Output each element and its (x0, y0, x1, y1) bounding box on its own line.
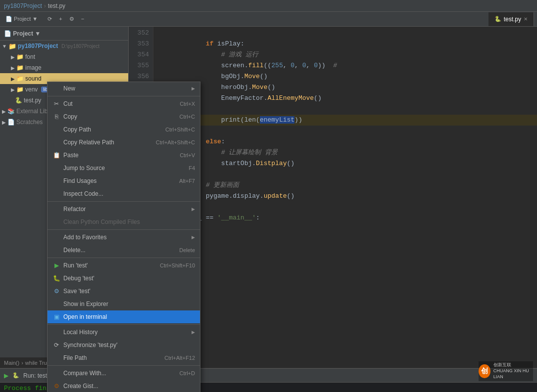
folder-icon-image: 📁 (16, 64, 24, 71)
code-line-368 (159, 202, 537, 213)
ctx-fav-icon (52, 233, 60, 241)
ctx-file-path[interactable]: File Path Ctrl+Alt+F12 (48, 351, 200, 364)
ctx-sep-1 (48, 96, 200, 96)
ctx-refactor[interactable]: Refactor (48, 203, 200, 216)
ctx-new[interactable]: New (48, 82, 200, 95)
ctx-sync-left: ⟳ Synchronize 'test.py' (52, 341, 117, 349)
ctx-copy-rel-icon (52, 138, 60, 146)
ctx-copy-path-left: Copy Path (52, 126, 91, 133)
tab-test-py[interactable]: 🐍 test.py ✕ (488, 12, 534, 26)
ctx-open-terminal[interactable]: ▣ Open in terminal (48, 310, 200, 323)
ctx-gist-icon: ⚙ (52, 382, 60, 390)
ctx-new-label: New (63, 85, 75, 92)
tree-item-font[interactable]: ▶ 📁 font (0, 51, 128, 62)
image-arrow: ▶ (11, 65, 15, 71)
ctx-hist-label: Local History (63, 329, 98, 336)
bc-main[interactable]: Main() (4, 360, 19, 366)
ctx-debug-icon: 🐛 (52, 274, 60, 282)
ctx-create-gist[interactable]: ⚙ Create Gist... (48, 380, 200, 392)
ctx-copy-icon: ⎘ (52, 113, 60, 121)
folder-icon-font: 📁 (16, 53, 24, 60)
ctx-paste[interactable]: 📋 Paste Ctrl+V (48, 149, 200, 162)
ctx-clean-label: Clean Python Compiled Files (63, 218, 140, 225)
ctx-debug-test[interactable]: 🐛 Debug 'test' (48, 272, 200, 285)
ctx-fav-left: Add to Favorites (52, 233, 106, 241)
folder-label-sound: sound (25, 75, 42, 82)
ctx-clean-python[interactable]: Clean Python Compiled Files (48, 216, 200, 228)
ctx-find-left: Find Usages (52, 177, 97, 185)
ctx-new-left: New (52, 85, 75, 92)
toolbar-settings[interactable]: ⚙ (67, 15, 77, 23)
ctx-terminal-label: Open in terminal (63, 313, 107, 320)
tab-label: test.py (504, 16, 521, 23)
ctx-show-icon (52, 300, 60, 308)
folder-label-image: image (25, 64, 42, 71)
project-dropdown[interactable]: 📄 Project ▼ (3, 15, 40, 23)
toolbar-minus[interactable]: − (79, 15, 87, 23)
code-content[interactable]: if isPlay: # 游戏 运行 screen.fill((255, 0, … (153, 27, 537, 357)
ctx-save-test[interactable]: ⚙ Save 'test' (48, 285, 200, 298)
tree-item-image[interactable]: ▶ 📁 image (0, 62, 128, 73)
ctx-jump-source[interactable]: Jump to Source F4 (48, 162, 200, 174)
ctx-copy[interactable]: ⎘ Copy Ctrl+C (48, 110, 200, 123)
folder-label-font: font (25, 53, 35, 60)
ctx-find-usages[interactable]: Find Usages Alt+F7 (48, 174, 200, 187)
ctx-delete[interactable]: Delete... Delete (48, 244, 200, 257)
code-line-364: startObj.Distplay() (159, 158, 537, 169)
ctx-hist-left: Local History (52, 328, 98, 336)
ctx-sync-label: Synchronize 'test.py' (63, 342, 117, 348)
file-label-testpy: test.py (24, 97, 41, 104)
ctx-find-shortcut: Alt+F7 (179, 178, 195, 184)
ctx-run-test[interactable]: ▶ Run 'test' Ctrl+Shift+F10 (48, 259, 200, 272)
ctx-debug-left: 🐛 Debug 'test' (52, 274, 95, 282)
expand-arrow: ▼ (2, 44, 7, 49)
sound-arrow: ▶ (11, 76, 15, 82)
code-line-358: EnemyFactor.AllEnemyMove() (159, 93, 537, 104)
project-breadcrumb[interactable]: py1807Project (4, 2, 42, 9)
code-line-359 (159, 104, 537, 115)
ctx-show-explorer[interactable]: Show in Explorer (48, 298, 200, 310)
ctx-local-history[interactable]: Local History (48, 326, 200, 339)
code-line-357: heroObj.Move() (159, 82, 537, 93)
ctx-run-icon: ▶ (52, 261, 60, 269)
code-line-365 (159, 169, 537, 180)
ctx-inspect-icon (52, 190, 60, 198)
ctx-inspect[interactable]: Inspect Code... (48, 187, 200, 200)
ctx-cut-shortcut: Ctrl+X (180, 101, 195, 107)
sidebar-header[interactable]: 📄 Project ▼ (0, 27, 128, 41)
ctx-copy-path[interactable]: Copy Path Ctrl+Shift+C (48, 123, 200, 136)
ctx-sep-6 (48, 365, 200, 366)
code-line-356: bgObj.Move() (159, 71, 537, 82)
ctx-cmp-left: Compare With... (52, 369, 106, 377)
file-breadcrumb[interactable]: test.py (48, 2, 65, 9)
sidebar-title: 📄 Project ▼ (4, 30, 41, 37)
watermark-logo: 创 (479, 364, 490, 378)
ctx-copy-shortcut: Ctrl+C (180, 114, 195, 120)
ctx-cut[interactable]: ✂ Cut Ctrl+X (48, 97, 200, 110)
ctx-del-label: Delete... (63, 247, 86, 254)
code-line-361 (159, 126, 537, 136)
code-line-366: # 更新画面 (159, 180, 537, 191)
breadcrumb: py1807Project › test.py (4, 2, 65, 9)
bc-while[interactable]: while True (25, 360, 50, 366)
ctx-gist-left: ⚙ Create Gist... (52, 382, 98, 390)
ctx-save-left: ⚙ Save 'test' (52, 287, 91, 295)
ctx-copy-rel-path[interactable]: Copy Relative Path Ctrl+Alt+Shift+C (48, 136, 200, 149)
font-arrow: ▶ (11, 54, 15, 60)
code-line-353: if isPlay: (159, 39, 537, 49)
ctx-sync[interactable]: ⟳ Synchronize 'test.py' (48, 339, 200, 351)
ctx-run-shortcut: Ctrl+Shift+F10 (160, 262, 195, 268)
ctx-copy-label: Copy (63, 113, 77, 120)
tree-item-project[interactable]: ▼ 📁 py1807Project D:\py1807Project (0, 41, 128, 51)
toolbar-sync[interactable]: ⟳ (45, 15, 54, 23)
ctx-favorites[interactable]: Add to Favorites (48, 231, 200, 244)
code-line-355: screen.fill((255, 0, 0, 0)) # (159, 60, 537, 71)
ctx-refactor-icon (52, 205, 60, 213)
ctx-compare[interactable]: Compare With... Ctrl+D (48, 367, 200, 380)
ctx-run-left: ▶ Run 'test' (52, 261, 88, 269)
venv-arrow: ▶ (11, 87, 15, 92)
tab-close-icon[interactable]: ✕ (524, 16, 528, 22)
ctx-cmp-label: Compare With... (63, 370, 106, 377)
ctx-save-icon: ⚙ (52, 287, 60, 295)
toolbar-add[interactable]: + (56, 15, 64, 23)
